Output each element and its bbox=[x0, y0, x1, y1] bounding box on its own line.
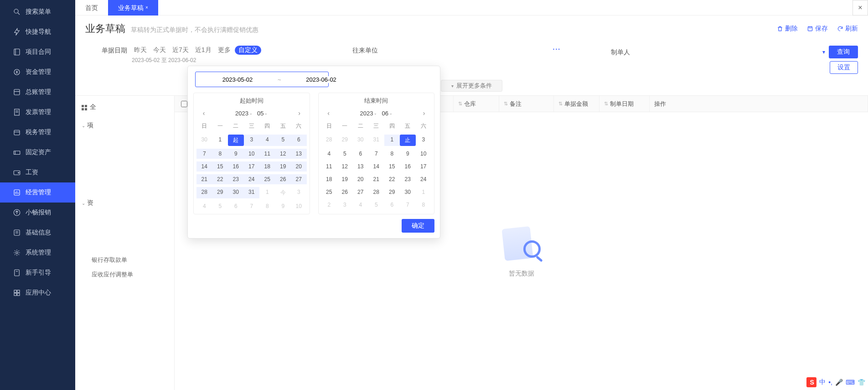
calendar-day[interactable]: 5 bbox=[212, 201, 228, 211]
calendar-day[interactable]: 3 bbox=[337, 200, 353, 210]
calendar-day[interactable]: 3 bbox=[416, 135, 432, 146]
calendar-day[interactable]: 29 bbox=[337, 135, 353, 146]
calendar-day[interactable]: 4 bbox=[259, 135, 275, 146]
expand-more-button[interactable]: ▾ 展开更多条件 bbox=[441, 80, 502, 92]
calendar-day[interactable]: 9 bbox=[275, 201, 291, 211]
calendar-day[interactable]: 27 bbox=[353, 187, 369, 197]
calendar-day[interactable]: 1 bbox=[259, 187, 275, 198]
ime-logo-icon[interactable]: S bbox=[806, 377, 816, 387]
calendar-day[interactable]: 28 bbox=[196, 187, 212, 198]
calendar-day[interactable]: 19 bbox=[337, 174, 353, 184]
calendar-day[interactable]: 4 bbox=[321, 149, 337, 159]
calendar-day[interactable]: 18 bbox=[321, 174, 337, 184]
calendar-day[interactable]: 15 bbox=[212, 161, 228, 172]
th-warehouse[interactable]: 仓库 bbox=[454, 96, 499, 112]
calendar-day[interactable]: 25 bbox=[321, 187, 337, 197]
calendar-day[interactable]: 24 bbox=[416, 174, 432, 184]
confirm-button[interactable]: 确定 bbox=[402, 219, 434, 233]
lp-item-bank-deposit[interactable]: 银行存取款单 bbox=[75, 253, 174, 267]
sidebar-item-reimburse[interactable]: 小畅报销 bbox=[0, 203, 75, 223]
tab-business-draft[interactable]: 业务草稿 × bbox=[108, 0, 158, 16]
calendar-day[interactable]: 3 bbox=[244, 135, 260, 146]
calendar-day[interactable]: 21 bbox=[196, 174, 212, 184]
save-button[interactable]: 保存 bbox=[807, 25, 828, 33]
calendar-day[interactable]: 7 bbox=[196, 149, 212, 159]
calendar-day[interactable]: 止 bbox=[400, 135, 416, 146]
calendar-day[interactable]: 13 bbox=[291, 149, 307, 159]
delete-button[interactable]: 删除 bbox=[777, 25, 798, 33]
sidebar-item-salary[interactable]: 工资 bbox=[0, 162, 75, 182]
calendar-day[interactable]: 22 bbox=[212, 174, 228, 184]
calendar-day[interactable]: 1 bbox=[416, 187, 432, 197]
sidebar-item-business-mgmt[interactable]: 经营管理 bbox=[0, 182, 75, 203]
calendar-day[interactable]: 今 bbox=[275, 187, 291, 198]
tabs-close-all-button[interactable]: × bbox=[852, 0, 868, 16]
ime-mic-icon[interactable]: 🎤 bbox=[835, 379, 843, 386]
sidebar-item-tax[interactable]: 税务管理 bbox=[0, 122, 75, 142]
calendar-day[interactable]: 5 bbox=[368, 200, 384, 210]
close-tab-icon[interactable]: × bbox=[145, 0, 148, 16]
calendar-day[interactable]: 30 bbox=[353, 135, 369, 146]
next-month-button[interactable]: › bbox=[294, 109, 304, 117]
calendar-day[interactable]: 16 bbox=[228, 161, 244, 172]
calendar-day[interactable]: 30 bbox=[196, 135, 212, 146]
year-select[interactable]: 2023⌄ bbox=[360, 110, 377, 117]
sidebar-item-system[interactable]: 系统管理 bbox=[0, 243, 75, 263]
calendar-day[interactable]: 14 bbox=[368, 161, 384, 172]
end-date-input[interactable] bbox=[283, 76, 360, 83]
calendar-day[interactable]: 30 bbox=[228, 187, 244, 198]
ime-punct-icon[interactable]: •, bbox=[828, 379, 832, 386]
lp-group-project[interactable]: ⌄ 项 bbox=[75, 119, 174, 132]
calendar-day[interactable]: 20 bbox=[291, 161, 307, 172]
lp-item-ar-ap-adjust[interactable]: 应收应付调整单 bbox=[75, 267, 174, 282]
calendar-day[interactable]: 14 bbox=[196, 161, 212, 172]
calendar-day[interactable]: 8 bbox=[212, 149, 228, 159]
calendar-day[interactable]: 19 bbox=[275, 161, 291, 172]
tab-home[interactable]: 首页 bbox=[75, 0, 108, 16]
preset-custom[interactable]: 自定义 bbox=[235, 46, 261, 55]
calendar-day[interactable]: 27 bbox=[291, 174, 307, 184]
calendar-day[interactable]: 18 bbox=[259, 161, 275, 172]
calendar-day[interactable]: 31 bbox=[368, 135, 384, 146]
ime-skin-icon[interactable]: 👕 bbox=[858, 379, 865, 386]
calendar-day[interactable]: 6 bbox=[228, 201, 244, 211]
calendar-day[interactable]: 3 bbox=[291, 187, 307, 198]
calendar-day[interactable]: 1 bbox=[212, 135, 228, 146]
setting-button[interactable]: 设置 bbox=[830, 61, 858, 74]
calendar-day[interactable]: 11 bbox=[321, 161, 337, 172]
calendar-day[interactable]: 28 bbox=[321, 135, 337, 146]
th-remark[interactable]: 备注 bbox=[499, 96, 554, 112]
calendar-day[interactable]: 16 bbox=[400, 161, 416, 172]
calendar-day[interactable]: 7 bbox=[244, 201, 260, 211]
calendar-day[interactable]: 9 bbox=[400, 149, 416, 159]
calendar-day[interactable]: 10 bbox=[416, 149, 432, 159]
prev-month-button[interactable]: ‹ bbox=[324, 109, 333, 117]
th-amount[interactable]: 单据金额 bbox=[554, 96, 599, 112]
select-all-checkbox[interactable] bbox=[181, 101, 187, 107]
calendar-day[interactable]: 28 bbox=[368, 187, 384, 197]
sidebar-item-funds[interactable]: 资金管理 bbox=[0, 62, 75, 82]
calendar-day[interactable]: 13 bbox=[353, 161, 369, 172]
calendar-day[interactable]: 9 bbox=[228, 149, 244, 159]
next-month-button[interactable]: › bbox=[419, 109, 429, 117]
calendar-day[interactable]: 25 bbox=[259, 174, 275, 184]
preset-more[interactable]: 更多 bbox=[216, 46, 233, 55]
calendar-day[interactable]: 15 bbox=[384, 161, 400, 172]
calendar-day[interactable]: 11 bbox=[259, 149, 275, 159]
calendar-day[interactable]: 8 bbox=[416, 200, 432, 210]
sidebar-item-guide[interactable]: 新手引导 bbox=[0, 263, 75, 283]
calendar-day[interactable]: 1 bbox=[384, 135, 400, 146]
sidebar-item-fixed-asset[interactable]: 固定资产 bbox=[0, 142, 75, 162]
preset-1month[interactable]: 近1月 bbox=[193, 46, 214, 55]
calendar-day[interactable]: 20 bbox=[353, 174, 369, 184]
calendar-day[interactable]: 29 bbox=[212, 187, 228, 198]
preset-yesterday[interactable]: 昨天 bbox=[132, 46, 149, 55]
sidebar-item-invoice[interactable]: 发票管理 bbox=[0, 102, 75, 122]
calendar-day[interactable]: 17 bbox=[244, 161, 260, 172]
calendar-day[interactable]: 22 bbox=[384, 174, 400, 184]
maker-select[interactable]: ▾ bbox=[634, 49, 825, 55]
preset-today[interactable]: 今天 bbox=[151, 46, 168, 55]
sidebar-item-project-contract[interactable]: 项目合同 bbox=[0, 42, 75, 62]
calendar-day[interactable]: 8 bbox=[384, 149, 400, 159]
partner-more-icon[interactable]: ··· bbox=[551, 46, 563, 53]
